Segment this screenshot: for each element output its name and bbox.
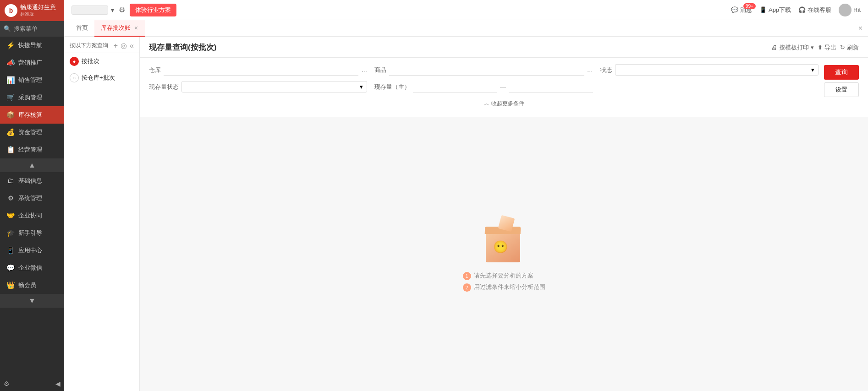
sidebar-item-newbie[interactable]: 🎓 新手引导 bbox=[0, 224, 64, 242]
message-badge: 99+ bbox=[743, 3, 756, 9]
sidebar-item-vip[interactable]: 👑 畅会员 bbox=[0, 277, 64, 294]
operation-icon: 📋 bbox=[6, 146, 15, 154]
filter-row-1: 仓库 … 商品 … 状态 bbox=[149, 64, 819, 76]
experience-btn[interactable]: 体验行业方案 bbox=[130, 4, 176, 16]
avatar-image bbox=[839, 4, 852, 16]
scheme-label-batch: 按批次 bbox=[82, 57, 99, 65]
sidebar-item-sales[interactable]: 📊 销售管理 bbox=[0, 71, 64, 89]
sidebar-footer: ⚙ ◀ bbox=[0, 376, 64, 391]
user-avatar[interactable]: Rit bbox=[839, 4, 861, 16]
sidebar-search[interactable]: 🔍 搜索菜单 bbox=[0, 21, 64, 37]
content-area: 按以下方案查询 + ◎ « ● 按批次 ○ 按仓库+批次 现存量查询(按批次) bbox=[64, 37, 868, 391]
breadcrumb-input[interactable] bbox=[71, 5, 108, 15]
warehouse-more-button[interactable]: … bbox=[361, 66, 367, 73]
system-icon: ⚙ bbox=[6, 194, 15, 202]
search-label: 搜索菜单 bbox=[14, 25, 38, 33]
scheme-item-batch[interactable]: ● 按批次 bbox=[64, 53, 139, 70]
scheme-item-warehouse-batch[interactable]: ○ 按仓库+批次 bbox=[64, 70, 139, 86]
page-title: 现存量查询(按批次) bbox=[149, 42, 216, 53]
refresh-button[interactable]: ↻ 刷新 bbox=[840, 43, 859, 52]
tab-active-label: 库存批次账 bbox=[101, 24, 131, 32]
topbar-settings-button[interactable]: ⚙ bbox=[119, 5, 125, 14]
message-action[interactable]: 💬 消息 99+ bbox=[731, 6, 752, 14]
settings-button[interactable]: 设置 bbox=[824, 82, 859, 97]
tab-inventory-batch[interactable]: 库存批次账 × bbox=[94, 20, 145, 37]
hint-num-1: 1 bbox=[463, 272, 471, 280]
collapse-panel-button[interactable]: « bbox=[130, 41, 134, 50]
tabbar: 首页 库存批次账 × × bbox=[64, 20, 868, 37]
app-download-action[interactable]: 📱 App下载 bbox=[759, 6, 791, 14]
topbar-right: 💬 消息 99+ 📱 App下载 🎧 在线客服 Rit bbox=[731, 4, 861, 16]
sidebar-item-finance[interactable]: 💰 资金管理 bbox=[0, 124, 64, 141]
sidebar-item-enterprise[interactable]: 🤝 企业协同 bbox=[0, 207, 64, 224]
sidebar-item-appstore[interactable]: 📱 应用中心 bbox=[0, 242, 64, 259]
product-label: 商品 bbox=[374, 66, 386, 74]
sidebar-scroll-down[interactable]: ▼ bbox=[0, 294, 64, 308]
sidebar-item-system[interactable]: ⚙ 系统管理 bbox=[0, 190, 64, 207]
print-icon: 🖨 bbox=[771, 44, 777, 51]
sidebar-item-label: 企业微信 bbox=[18, 264, 42, 272]
sidebar-scroll-up[interactable]: ▲ bbox=[0, 158, 64, 172]
stock-status-select[interactable]: ▾ bbox=[181, 81, 367, 92]
tab-close-button[interactable]: × bbox=[133, 25, 139, 31]
sidebar-item-label: 经营管理 bbox=[18, 146, 42, 154]
sidebar-item-label: 新手引导 bbox=[18, 229, 42, 237]
filter-product: 商品 … bbox=[374, 65, 593, 76]
empty-illustration: 😶 bbox=[477, 217, 532, 262]
empty-state: 😶 1 请先选择要分析的方案 2 用过滤条件来缩小分析范围 bbox=[140, 117, 868, 391]
export-button[interactable]: ⬆ 导出 bbox=[818, 43, 836, 52]
online-service-action[interactable]: 🎧 在线客服 bbox=[798, 6, 831, 14]
tab-home-label: 首页 bbox=[76, 24, 88, 32]
sidebar-item-wechat[interactable]: 💬 企业微信 bbox=[0, 259, 64, 277]
sidebar-header: b 畅康通好生意 标准版 bbox=[0, 0, 64, 21]
stock-quantity-min-input[interactable] bbox=[413, 81, 497, 92]
filter-row-2: 现存量状态 ▾ 现存量（主） — bbox=[149, 81, 819, 92]
sidebar-item-basic[interactable]: 🗂 基础信息 bbox=[0, 172, 64, 190]
sidebar-item-operation[interactable]: 📋 经营管理 bbox=[0, 141, 64, 158]
stock-quantity-max-input[interactable] bbox=[509, 81, 593, 92]
print-label: 按模板打印 bbox=[779, 43, 809, 52]
sidebar-item-label: 系统管理 bbox=[18, 194, 42, 202]
page-header-actions: 🖨 按模板打印 ▾ ⬆ 导出 ↻ 刷新 bbox=[771, 43, 859, 52]
sidebar-item-label: 销售管理 bbox=[18, 76, 42, 84]
stock-status-dropdown-icon: ▾ bbox=[360, 83, 363, 90]
stock-quantity-dash: — bbox=[500, 83, 506, 90]
export-label: 导出 bbox=[824, 43, 836, 52]
hint-text-2: 用过滤条件来缩小分析范围 bbox=[474, 283, 545, 291]
status-select[interactable]: ▾ bbox=[615, 64, 819, 76]
sidebar-settings-button[interactable]: ⚙ bbox=[4, 380, 10, 387]
add-scheme-button[interactable]: + bbox=[114, 41, 118, 50]
sidebar-collapse-button[interactable]: ◀ bbox=[55, 380, 60, 387]
vip-icon: 👑 bbox=[6, 281, 15, 289]
sidebar-item-purchase[interactable]: 🛒 采购管理 bbox=[0, 89, 64, 106]
app-download-label: App下载 bbox=[769, 6, 791, 14]
sidebar-item-marketing[interactable]: 📣 营销推广 bbox=[0, 54, 64, 71]
product-input[interactable] bbox=[389, 65, 584, 76]
filter-stock-status: 现存量状态 ▾ bbox=[149, 81, 367, 92]
product-more-button[interactable]: … bbox=[587, 66, 593, 73]
print-button[interactable]: 🖨 按模板打印 ▾ bbox=[771, 43, 814, 52]
chevron-up-icon: ︿ bbox=[484, 100, 489, 108]
warehouse-input[interactable] bbox=[164, 65, 358, 76]
headset-icon: 🎧 bbox=[798, 6, 806, 13]
filter-section: 仓库 … 商品 … 状态 bbox=[140, 58, 868, 117]
marketing-icon: 📣 bbox=[6, 59, 15, 67]
collapse-conditions-button[interactable]: ︿ 收起更多条件 bbox=[149, 97, 859, 110]
breadcrumb-dropdown[interactable]: ▾ bbox=[111, 6, 114, 14]
scheme-label-warehouse-batch: 按仓库+批次 bbox=[82, 74, 115, 82]
sidebar-item-label: 采购管理 bbox=[18, 93, 42, 102]
sidebar-item-quick-nav[interactable]: ⚡ 快捷导航 bbox=[0, 37, 64, 54]
scheme-settings-button[interactable]: ◎ bbox=[121, 41, 127, 50]
phone-icon: 📱 bbox=[759, 6, 767, 13]
hint-num-2: 2 bbox=[463, 283, 471, 292]
warehouse-label: 仓库 bbox=[149, 66, 161, 74]
sidebar-item-inventory[interactable]: 📦 库存核算 bbox=[0, 106, 64, 124]
tab-home[interactable]: 首页 bbox=[70, 20, 94, 37]
wechat-icon: 💬 bbox=[6, 264, 15, 272]
query-button[interactable]: 查询 bbox=[824, 65, 859, 80]
stock-status-label: 现存量状态 bbox=[149, 83, 179, 91]
filter-status: 状态 ▾ bbox=[600, 64, 819, 76]
refresh-icon: ↻ bbox=[840, 44, 845, 51]
tab-panel-close-button[interactable]: × bbox=[858, 24, 863, 33]
status-label: 状态 bbox=[600, 66, 612, 74]
